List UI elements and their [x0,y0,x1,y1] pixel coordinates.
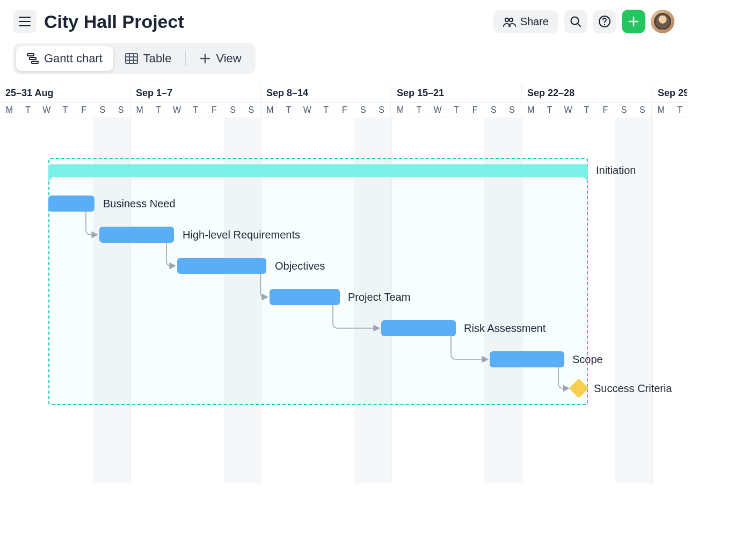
day-cell: M [391,103,410,118]
day-cell: S [112,103,130,118]
gantt-icon [27,53,39,64]
day-cell: S [503,103,522,118]
day-cell: S [242,103,261,118]
tab-table[interactable]: Table [114,46,183,71]
day-cell: W [37,103,56,118]
tab-add-view[interactable]: View [189,46,252,71]
day-cell: W [298,103,317,118]
day-cell: W [168,103,186,118]
day-cell: S [484,103,503,118]
day-cell: F [205,103,224,118]
svg-rect-5 [27,54,34,56]
avatar[interactable] [651,10,674,33]
task-label: Objectives [275,258,325,274]
task-bar[interactable] [270,289,340,305]
day-cell: T [317,103,336,118]
task-bar[interactable] [99,227,174,243]
day-cell: S [354,103,373,118]
day-cell: M [261,103,280,118]
task-bar[interactable] [177,258,266,274]
tab-gantt[interactable]: Gantt chart [16,46,113,71]
day-cell: M [652,103,671,118]
day-cell: T [671,103,687,118]
menu-button[interactable] [13,10,37,33]
day-cell: F [75,103,93,118]
task-label: Business Need [103,196,176,212]
week-cell: Sep 1–7 [130,84,261,102]
table-icon [125,53,138,64]
share-label: Share [520,16,549,28]
gantt-chart-area[interactable]: Initiation Business Need High-level Requ… [0,118,687,483]
share-button[interactable]: Share [493,10,558,33]
day-cell: F [596,103,615,118]
day-cell: F [466,103,484,118]
task-label: Success Criteria [594,380,672,396]
day-cell: T [56,103,75,118]
task-label: Scope [572,351,603,367]
plus-icon [200,53,210,64]
help-icon [598,15,611,28]
day-cell: T [186,103,205,118]
svg-point-1 [509,18,512,21]
day-cell: W [559,103,578,118]
plus-icon [628,16,639,27]
tab-add-view-label: View [216,52,241,66]
timeline: 25–31 Aug Sep 1–7 Sep 8–14 Sep 15–21 Sep… [0,84,687,483]
svg-rect-7 [32,61,38,63]
week-cell: Sep 15–21 [391,84,522,102]
day-cell: T [19,103,38,118]
day-cell: F [335,103,354,118]
day-cell: M [130,103,149,118]
week-header-row: 25–31 Aug Sep 1–7 Sep 8–14 Sep 15–21 Sep… [0,84,687,103]
day-cell: W [428,103,447,118]
day-cell: M [521,103,540,118]
tabs-container: Gantt chart Table View [13,43,256,74]
day-cell: M [0,103,19,118]
week-cell: Sep 8–14 [261,84,391,102]
day-header-row: MTWTFSSMTWTFSSMTWTFSSMTWTFSSMTWTFSSMT [0,103,687,118]
add-button[interactable] [622,10,645,33]
svg-rect-6 [30,57,36,60]
week-cell: Sep 22–28 [522,84,652,102]
task-label: Project Team [348,289,410,305]
header-actions: Share [493,10,674,33]
day-cell: T [410,103,428,118]
svg-rect-8 [126,54,137,63]
share-icon [503,16,516,27]
day-cell: S [223,103,242,118]
app-header: City Hall Project Share [0,0,687,40]
day-cell: T [149,103,168,118]
svg-point-0 [505,18,508,21]
search-icon [570,16,581,27]
group-label-initiation: Initiation [596,164,636,177]
group-box-initiation [48,158,588,405]
tab-table-label: Table [143,52,172,66]
task-label: Risk Assessment [464,320,546,336]
svg-point-4 [604,24,606,26]
group-bar-initiation[interactable] [48,164,588,177]
day-cell: T [447,103,466,118]
day-cell: S [633,103,652,118]
menu-icon [19,17,31,26]
tab-divider [185,51,186,66]
tab-gantt-label: Gantt chart [44,52,103,66]
day-cell: S [93,103,112,118]
week-cell: 25–31 Aug [0,84,130,102]
help-button[interactable] [593,10,616,33]
task-bar[interactable] [381,320,456,336]
page-title: City Hall Project [44,11,486,32]
task-bar[interactable] [490,351,564,367]
day-cell: T [540,103,559,118]
task-bar[interactable] [48,196,95,212]
day-cell: T [279,103,298,118]
search-button[interactable] [564,10,587,33]
day-cell: S [615,103,634,118]
week-cell: Sep 29 [652,84,687,102]
day-cell: T [577,103,596,118]
day-cell: S [373,103,391,118]
task-label: High-level Requirements [183,227,300,243]
view-tabs: Gantt chart Table View [0,40,687,84]
